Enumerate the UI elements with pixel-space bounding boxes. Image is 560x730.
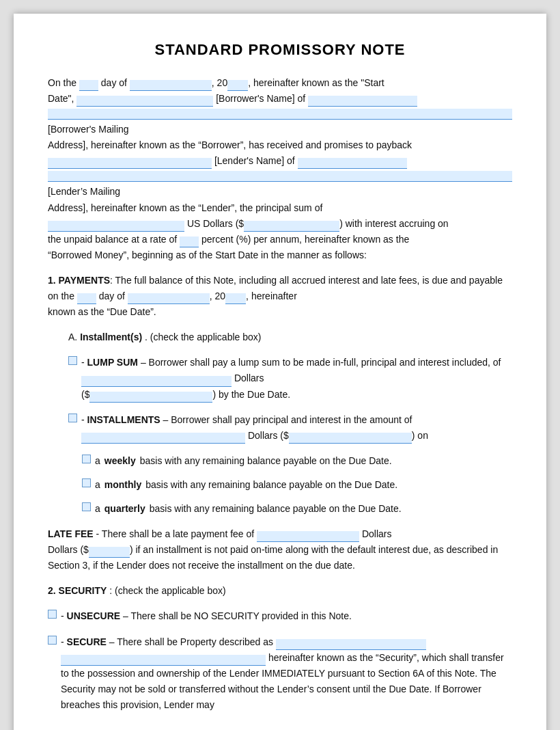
section1-20: , 20 xyxy=(210,290,225,301)
monthly-checkbox[interactable] xyxy=(82,478,91,487)
fill-month[interactable] xyxy=(130,80,212,91)
installments-checkbox[interactable] xyxy=(68,414,77,422)
fill-lender-address1[interactable] xyxy=(48,171,512,182)
intro-paragraph: On the day of , 20 , hereinafter known a… xyxy=(48,75,512,263)
fill-due-day[interactable] xyxy=(77,293,96,304)
installments-text1: – Borrower shall pay principal and inter… xyxy=(163,414,412,425)
fill-borrower-of-val[interactable] xyxy=(308,96,417,107)
installments-on: ) on xyxy=(412,430,428,441)
lump-sum-row: - LUMP SUM – Borrower shall pay a lump s… xyxy=(68,355,512,402)
quarterly-basis-row: a quarterly basis with any remaining bal… xyxy=(82,501,512,517)
secure-bold: SECURE xyxy=(67,636,107,647)
monthly-text: basis with any remaining balance payable… xyxy=(145,477,397,493)
late-fee-paragraph: LATE FEE - There shall be a late payment… xyxy=(48,526,512,573)
basis-options: a weekly basis with any remaining balanc… xyxy=(82,453,512,517)
intro-comma-20: , 20 xyxy=(212,77,227,88)
fill-due-month[interactable] xyxy=(128,293,210,304)
unsecure-bold: UNSECURE xyxy=(67,610,121,621)
fill-property-desc1[interactable] xyxy=(276,639,426,650)
lump-sum-dash: - xyxy=(81,357,87,368)
quarterly-bold: quarterly xyxy=(104,501,145,517)
intro-lender-of: [Lender's Name] of xyxy=(214,155,295,166)
installments-bold: INSTALLMENTS xyxy=(87,414,160,425)
lump-sum-checkbox[interactable] xyxy=(68,356,77,365)
fill-installment-amount-words[interactable] xyxy=(81,433,245,444)
installments-item: - INSTALLMENTS – Borrower shall pay prin… xyxy=(68,412,512,444)
secure-text1: – There shall be Property described as xyxy=(109,636,273,647)
intro-date-label: Date", xyxy=(48,93,74,104)
fill-property-desc2[interactable] xyxy=(61,655,266,666)
unsecure-row: - UNSECURE – There shall be NO SECURITY … xyxy=(48,608,512,624)
fill-lender-of-val[interactable] xyxy=(298,158,407,169)
quarterly-text: basis with any remaining balance payable… xyxy=(150,501,402,517)
secure-dash: - xyxy=(61,636,67,647)
intro-lender-mailing: [Lender’s Mailing xyxy=(48,186,120,197)
unsecure-content: - UNSECURE – There shall be NO SECURITY … xyxy=(61,608,352,624)
section2-paragraph: 2. SECURITY : (check the applicable box) xyxy=(48,583,512,599)
secure-item: - SECURE – There shall be Property descr… xyxy=(48,634,512,713)
fill-late-fee-amount[interactable] xyxy=(257,531,359,542)
fill-installment-amount-num[interactable] xyxy=(289,433,412,444)
intro-interest-text: ) with interest accruing on xyxy=(339,218,449,229)
unsecure-checkbox[interactable] xyxy=(48,610,57,619)
document-page: STANDARD PROMISSORY NOTE On the day of ,… xyxy=(14,14,546,730)
document-title: STANDARD PROMISSORY NOTE xyxy=(48,41,512,59)
weekly-basis-row: a weekly basis with any remaining balanc… xyxy=(82,453,512,469)
fill-year[interactable] xyxy=(227,80,248,91)
quarterly-checkbox[interactable] xyxy=(82,502,91,511)
intro-day-of: day of xyxy=(101,77,127,88)
fill-day[interactable] xyxy=(79,80,98,91)
subsection-a-text: . (check the applicable box) xyxy=(145,332,261,342)
quarterly-a: a xyxy=(95,501,100,517)
lump-sum-paren: ($ xyxy=(81,389,89,400)
fill-lump-amount-words[interactable] xyxy=(81,376,232,387)
intro-on-the: On the xyxy=(48,77,76,88)
section2-text: : (check the applicable box) xyxy=(109,585,225,596)
weekly-a: a xyxy=(95,453,100,469)
lump-sum-dollars: Dollars xyxy=(234,373,264,383)
fill-borrower-address1[interactable] xyxy=(48,109,512,120)
subsection-a: A. Installment(s) . (check the applicabl… xyxy=(68,329,512,345)
installments-content: - INSTALLMENTS – Borrower shall pay prin… xyxy=(81,412,428,444)
installments-dash: - xyxy=(81,414,87,425)
unsecure-item: - UNSECURE – There shall be NO SECURITY … xyxy=(48,608,512,624)
lump-sum-bold: LUMP SUM xyxy=(87,357,138,368)
fill-principal-words[interactable] xyxy=(48,221,184,232)
late-fee-bold: LATE FEE xyxy=(48,528,94,539)
fill-due-year[interactable] xyxy=(225,293,246,304)
fill-borrower-name[interactable] xyxy=(76,96,213,107)
unsecure-dash: - xyxy=(61,610,67,621)
section1-hereinafter: , hereinafter xyxy=(246,290,297,301)
fill-rate[interactable] xyxy=(180,236,199,247)
section1-day-of: day of xyxy=(99,290,125,301)
subsection-a-label: A. xyxy=(68,332,77,342)
section1-paragraph: 1. PAYMENTS: The full balance of this No… xyxy=(48,273,512,320)
late-fee-text1: - There shall be a late payment fee of xyxy=(96,528,255,539)
intro-rate-text: the unpaid balance at a rate of xyxy=(48,234,177,245)
installments-dollars: Dollars ($ xyxy=(248,430,289,441)
late-fee-paren: Dollars ($ xyxy=(48,544,89,555)
fill-late-fee-num[interactable] xyxy=(89,547,130,558)
intro-borrower-mailing: [Borrower's Mailing xyxy=(48,124,129,135)
fill-principal-num[interactable] xyxy=(244,221,339,232)
lump-sum-by-due: ) by the Due Date. xyxy=(212,389,290,400)
monthly-a: a xyxy=(95,477,100,493)
secure-content: - SECURE – There shall be Property descr… xyxy=(61,634,512,713)
secure-row: - SECURE – There shall be Property descr… xyxy=(48,634,512,713)
fill-lender-name[interactable] xyxy=(48,158,212,169)
lump-sum-text1: – Borrower shall pay a lump sum to be ma… xyxy=(141,357,501,368)
subsection-a-bold: Installment(s) xyxy=(80,332,142,342)
section1-label: 1. PAYMENTS xyxy=(48,275,110,286)
lump-sum-item: - LUMP SUM – Borrower shall pay a lump s… xyxy=(68,355,512,402)
weekly-text: basis with any remaining balance payable… xyxy=(140,453,392,469)
unsecure-text: – There shall be NO SECURITY provided in… xyxy=(123,610,352,621)
fill-lump-amount-num[interactable] xyxy=(89,392,212,403)
intro-lender-text: Address], hereinafter known as the “Lend… xyxy=(48,202,322,213)
secure-checkbox[interactable] xyxy=(48,636,57,645)
intro-hereinafter: , hereinafter known as the "Start xyxy=(248,77,384,88)
section2-label: 2. SECURITY xyxy=(48,585,107,596)
weekly-checkbox[interactable] xyxy=(82,455,91,463)
intro-us-dollars: US Dollars ($ xyxy=(187,218,244,229)
intro-percent-text: percent (%) per annum, hereinafter known… xyxy=(201,234,409,245)
intro-borrower-of: [Borrower's Name] of xyxy=(216,93,305,104)
